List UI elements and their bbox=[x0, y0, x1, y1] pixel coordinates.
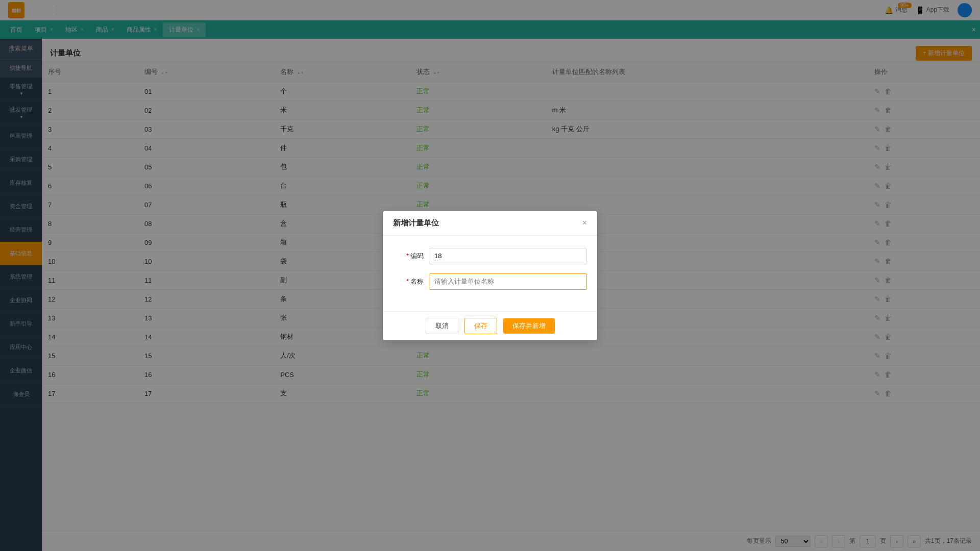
code-label: *编码 bbox=[393, 252, 424, 261]
modal-header: 新增计量单位 × bbox=[383, 211, 597, 236]
modal-title: 新增计量单位 bbox=[393, 218, 439, 228]
code-input[interactable] bbox=[429, 248, 587, 264]
modal-body: *编码 *名称 bbox=[383, 236, 597, 311]
name-required-star: * bbox=[406, 278, 409, 285]
modal-overlay: 新增计量单位 × *编码 *名称 取消 保存 保存并新增 bbox=[0, 0, 980, 551]
modal-close-button[interactable]: × bbox=[582, 218, 587, 228]
name-input[interactable] bbox=[429, 273, 587, 290]
name-form-item: *名称 bbox=[393, 273, 587, 290]
save-button[interactable]: 保存 bbox=[464, 318, 497, 334]
code-form-item: *编码 bbox=[393, 248, 587, 264]
save-and-new-button[interactable]: 保存并新增 bbox=[503, 318, 555, 334]
modal-footer: 取消 保存 保存并新增 bbox=[383, 311, 597, 340]
name-label: *名称 bbox=[393, 277, 424, 286]
code-required-star: * bbox=[406, 252, 409, 260]
cancel-button[interactable]: 取消 bbox=[426, 318, 458, 334]
add-unit-modal: 新增计量单位 × *编码 *名称 取消 保存 保存并新增 bbox=[383, 211, 597, 340]
